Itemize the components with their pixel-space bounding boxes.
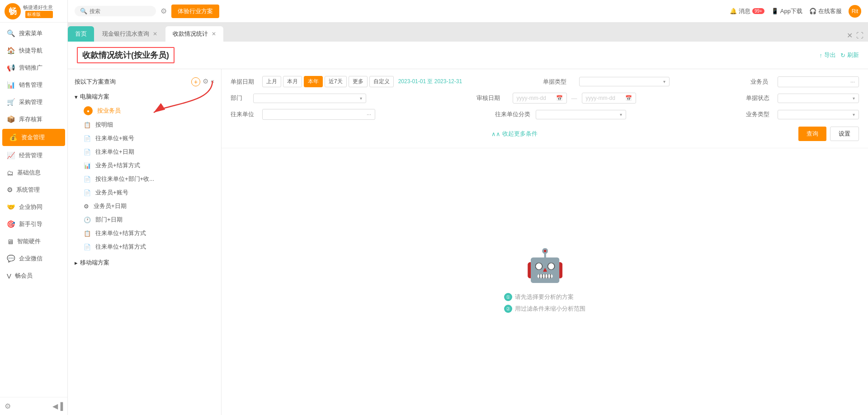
tree-item-partner-method1-label: 往来单位+结算方式 — [95, 229, 146, 237]
desktop-section[interactable]: ▾ 电脑端方案 — [68, 90, 221, 104]
tab-close-all-icon[interactable]: ✕ — [847, 31, 853, 40]
biz-type-select[interactable]: ▾ — [778, 110, 859, 119]
empty-tips-list: ① 请先选择要分析的方案 ② 用过滤条件来缩小分析范围 — [504, 293, 585, 316]
doc-status-select[interactable]: ▾ — [778, 94, 859, 103]
partner-category-select[interactable]: ▾ — [536, 110, 626, 119]
online-service-button[interactable]: 🎧 在线客服 — [809, 7, 842, 15]
dept-date-icon: 🕐 — [84, 217, 91, 223]
desktop-section-label: 电脑端方案 — [80, 93, 109, 101]
tree-item-partner-account[interactable]: 📄 往来单位+账号 — [68, 132, 221, 145]
topbar-gear-icon[interactable]: ⚙ — [160, 7, 167, 15]
date-label: 单据日期 — [231, 78, 258, 86]
date-btn-last-month[interactable]: 上月 — [262, 76, 281, 87]
tab-receipt[interactable]: 收款情况统计 ✕ — [165, 26, 223, 42]
app-logo-icon: 畅 — [5, 3, 21, 19]
biz-type-label: 业务类型 — [746, 110, 773, 118]
calendar-start-icon[interactable]: 📅 — [556, 95, 563, 101]
tab-cashflow-close[interactable]: ✕ — [153, 31, 157, 37]
review-date-end-input[interactable]: yyyy-mm-dd 📅 — [582, 93, 636, 104]
tree-item-salesman-account-label: 业务员+账号 — [95, 189, 128, 197]
tree-item-dept-date[interactable]: 🕐 部门+日期 — [68, 213, 221, 226]
sidebar-item-wechat[interactable]: 💬 企业微信 — [0, 250, 67, 267]
date-btn-custom[interactable]: 自定义 — [369, 76, 394, 87]
panel-collapse-icon[interactable]: « — [211, 77, 214, 86]
sidebar-item-purchase[interactable]: 🛒 采购管理 — [0, 94, 67, 111]
app-download-label: App下载 — [780, 7, 802, 15]
tree-item-salesman-date[interactable]: ⚙ 业务员+日期 — [68, 199, 221, 213]
logo-char: 畅 — [9, 6, 17, 17]
tab-receipt-label: 收款情况统计 — [173, 30, 208, 38]
export-button[interactable]: ↑ 导出 — [820, 51, 836, 59]
wechat-nav-icon: 💬 — [7, 255, 15, 263]
sidebar-item-operation[interactable]: 📈 经营管理 — [0, 147, 67, 164]
mobile-section[interactable]: ▸ 移动端方案 — [68, 256, 221, 269]
sidebar-item-search[interactable]: 🔍 搜索菜单 — [0, 25, 67, 42]
tree-item-partner-method1[interactable]: 📋 往来单位+结算方式 — [68, 226, 221, 240]
date-btn-this-month[interactable]: 本月 — [283, 76, 302, 87]
tree-item-salesman-method[interactable]: 📊 业务员+结算方式 — [68, 159, 221, 172]
sidebar-settings-icon[interactable]: ⚙ — [5, 402, 11, 410]
tree-item-by-salesman[interactable]: ● 按业务员 — [68, 104, 221, 118]
left-panel: 按以下方案查询 + ⚙ « ▾ — [68, 69, 222, 415]
partner-select[interactable]: ··· — [262, 109, 375, 120]
dept-select[interactable]: ▾ — [253, 94, 366, 103]
tab-receipt-close[interactable]: ✕ — [212, 31, 216, 37]
sidebar-item-inventory[interactable]: 📦 库存核算 — [0, 111, 67, 128]
sidebar-label-guide: 新手引导 — [19, 220, 42, 228]
collapse-button[interactable]: ∧∧ 收起更多条件 — [491, 130, 538, 138]
salesman-select[interactable]: ··· — [778, 76, 859, 87]
sidebar-item-quicknav[interactable]: 🏠 快捷导航 — [0, 42, 67, 59]
app-download-button[interactable]: 📱 App下载 — [771, 7, 802, 15]
sidebar-item-system[interactable]: ⚙ 系统管理 — [0, 181, 67, 198]
search-input[interactable] — [90, 8, 148, 14]
tab-home-label: 首页 — [75, 30, 87, 38]
tab-home[interactable]: 首页 — [68, 26, 94, 42]
tree-item-by-detail[interactable]: 📋 按明细 — [68, 118, 221, 132]
sidebar-item-enterprise[interactable]: 🤝 企业协同 — [0, 198, 67, 216]
sidebar-item-member[interactable]: V 畅会员 — [0, 267, 67, 284]
date-buttons: 上月 本月 本年 近7天 更多 自定义 — [262, 76, 394, 87]
refresh-button[interactable]: ↻ 刷新 — [840, 51, 859, 59]
tab-maximize-icon[interactable]: ⛶ — [856, 32, 863, 40]
panel-gear-icon[interactable]: ⚙ — [203, 77, 208, 86]
sidebar-label-system: 系统管理 — [16, 186, 40, 194]
doc-type-select[interactable]: ▾ — [579, 77, 670, 86]
sidebar-item-finance[interactable]: 💰 资金管理 — [2, 129, 65, 146]
tab-cashflow[interactable]: 现金银行流水查询 ✕ — [95, 26, 165, 42]
sidebar-nav: 🔍 搜索菜单 🏠 快捷导航 📢 营销推广 📊 销售管理 🛒 采购管理 📦 库存核… — [0, 23, 67, 397]
setting-button[interactable]: 设置 — [830, 127, 859, 141]
panel-title: 按以下方案查询 — [75, 78, 188, 86]
logo-subtext: 畅捷通好生意 — [23, 4, 53, 11]
date-btn-7days[interactable]: 近7天 — [325, 76, 347, 87]
salesman-method-icon: 📊 — [84, 162, 91, 169]
date-btn-more[interactable]: 更多 — [349, 76, 368, 87]
tabbar: 首页 现金银行流水查询 ✕ 收款情况统计 ✕ ✕ ⛶ — [68, 23, 868, 42]
query-button[interactable]: 查询 — [798, 127, 826, 141]
doc-status-label: 单据状态 — [746, 94, 773, 102]
user-avatar[interactable]: Rit — [849, 5, 861, 18]
tree-item-partner-dept-receipt[interactable]: 📄 按往来单位+部门+收... — [68, 172, 221, 186]
date-btn-this-year[interactable]: 本年 — [304, 76, 323, 87]
sidebar-label-inventory: 库存核算 — [19, 115, 42, 123]
sidebar-item-basic[interactable]: 🗂 基础信息 — [0, 164, 67, 181]
promo-button[interactable]: 体验行业方案 — [171, 5, 219, 18]
sidebar-item-sales[interactable]: 📊 销售管理 — [0, 76, 67, 94]
tree-item-partner-date[interactable]: 📄 往来单位+日期 — [68, 145, 221, 159]
tree-item-salesman-account[interactable]: 📄 业务员+账号 — [68, 186, 221, 199]
sidebar-label-hardware: 智能硬件 — [17, 237, 41, 245]
panel-add-icon[interactable]: + — [191, 77, 200, 86]
salesman-more-icon: ··· — [850, 79, 855, 85]
calendar-end-icon[interactable]: 📅 — [625, 95, 632, 101]
review-date-start-input[interactable]: yyyy-mm-dd 📅 — [513, 93, 567, 104]
page-title: 收款情况统计(按业务员) — [77, 47, 175, 63]
sidebar-label-search: 搜索菜单 — [19, 29, 42, 38]
sidebar-collapse-icon[interactable]: ◀▐ — [52, 402, 63, 410]
sidebar-item-guide[interactable]: 🎯 新手引导 — [0, 216, 67, 233]
tree-item-partner-method2[interactable]: 📄 往来单位+结算方式 — [68, 240, 221, 254]
sidebar-item-marketing[interactable]: 📢 营销推广 — [0, 59, 67, 76]
messages-button[interactable]: 🔔 消息 99+ — [730, 7, 764, 15]
member-nav-icon: V — [7, 272, 11, 280]
partner-more-icon[interactable]: ··· — [367, 111, 371, 118]
sidebar-item-hardware[interactable]: 🖥 智能硬件 — [0, 233, 67, 250]
topbar-search-box[interactable]: 🔍 — [75, 6, 156, 16]
